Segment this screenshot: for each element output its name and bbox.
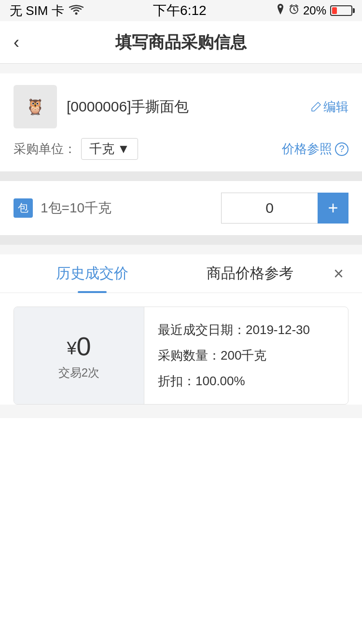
unit-selector: 采购单位： 千克 ▼	[14, 138, 138, 160]
quantity-unit-desc: 1包=10千克	[41, 199, 111, 217]
wifi-icon	[69, 3, 84, 18]
date-value: 2019-12-30	[246, 322, 310, 337]
purchase-quantity: 采购数量：200千克	[158, 346, 334, 365]
unit-label: 采购单位：	[14, 140, 76, 157]
price-ref-label: 价格参照	[282, 140, 332, 157]
quantity-label: 采购数量：	[158, 348, 221, 363]
tab-product-label: 商品价格参考	[207, 264, 293, 283]
status-right: 20%	[276, 4, 352, 17]
status-bar: 无 SIM 卡 下午6:12 20%	[0, 0, 362, 21]
edit-icon	[311, 101, 321, 112]
product-logo-icon: 🦉	[26, 98, 45, 116]
transaction-count: 交易2次	[58, 365, 99, 380]
package-icon: 包	[14, 198, 33, 218]
section-divider	[0, 171, 362, 181]
tab-header: 历史成交价 商品价格参考 ×	[0, 254, 362, 293]
dropdown-arrow-icon: ▼	[117, 141, 130, 156]
location-icon	[276, 4, 285, 17]
status-left: 无 SIM 卡	[10, 2, 84, 19]
battery-icon	[330, 5, 352, 16]
tab-close-button[interactable]: ×	[329, 264, 348, 284]
battery-percentage: 20%	[303, 4, 326, 17]
quantity-left: 包 1包=10千克	[14, 198, 111, 218]
section-divider-2	[0, 235, 362, 245]
no-sim-text: 无 SIM 卡	[10, 2, 64, 19]
bottom-area	[0, 418, 362, 644]
product-thumbnail: 🦉	[14, 85, 57, 128]
price-value: 0	[76, 332, 91, 361]
tab-product-price[interactable]: 商品价格参考	[171, 254, 328, 293]
product-left: 🦉 [0000006]手撕面包	[14, 85, 189, 128]
product-name: [0000006]手撕面包	[67, 97, 189, 117]
price-reference-button[interactable]: 价格参照 ?	[282, 140, 348, 157]
page-title: 填写商品采购信息	[115, 31, 247, 54]
history-card: ¥0 交易2次 最近成交日期：2019-12-30 采购数量：200千克 折扣：…	[14, 307, 348, 405]
history-card-left: ¥0 交易2次	[14, 307, 144, 404]
tab-history-label: 历史成交价	[56, 264, 128, 283]
nav-bar: ‹ 填写商品采购信息	[0, 21, 362, 64]
back-button[interactable]: ‹	[14, 32, 19, 53]
unit-value: 千克	[89, 140, 114, 157]
quantity-plus-button[interactable]: +	[318, 193, 348, 224]
history-card-right: 最近成交日期：2019-12-30 采购数量：200千克 折扣：100.00%	[144, 307, 348, 404]
history-price: ¥0	[67, 331, 91, 361]
product-card: 🦉 [0000006]手撕面包 编辑 采购单位： 千克 ▼ 价格参照 ?	[0, 73, 362, 171]
quantity-input[interactable]	[221, 193, 318, 224]
tab-history-price[interactable]: 历史成交价	[14, 254, 171, 293]
quantity-detail-value: 200千克	[221, 348, 266, 363]
edit-label: 编辑	[323, 98, 348, 115]
discount-info: 折扣：100.00%	[158, 372, 334, 391]
discount-value: 100.00%	[195, 374, 245, 388]
alarm-icon	[289, 4, 299, 17]
status-time: 下午6:12	[153, 1, 207, 20]
product-unit-row: 采购单位： 千克 ▼ 价格参照 ?	[14, 138, 348, 160]
svg-line-3	[294, 10, 295, 11]
quantity-input-group: +	[221, 193, 348, 224]
date-label: 最近成交日期：	[158, 322, 246, 337]
currency-symbol: ¥	[67, 338, 76, 358]
tab-section: 历史成交价 商品价格参考 × ¥0 交易2次 最近成交日期：2019-12-30…	[0, 254, 362, 405]
quantity-row: 包 1包=10千克 +	[0, 181, 362, 235]
product-header: 🦉 [0000006]手撕面包 编辑	[14, 85, 348, 128]
edit-button[interactable]: 编辑	[311, 98, 348, 115]
unit-dropdown[interactable]: 千克 ▼	[81, 138, 138, 160]
package-label: 包	[18, 201, 28, 215]
last-transaction-date: 最近成交日期：2019-12-30	[158, 321, 334, 339]
svg-point-0	[75, 12, 77, 14]
discount-label: 折扣：	[158, 374, 195, 388]
help-icon: ?	[335, 142, 348, 156]
